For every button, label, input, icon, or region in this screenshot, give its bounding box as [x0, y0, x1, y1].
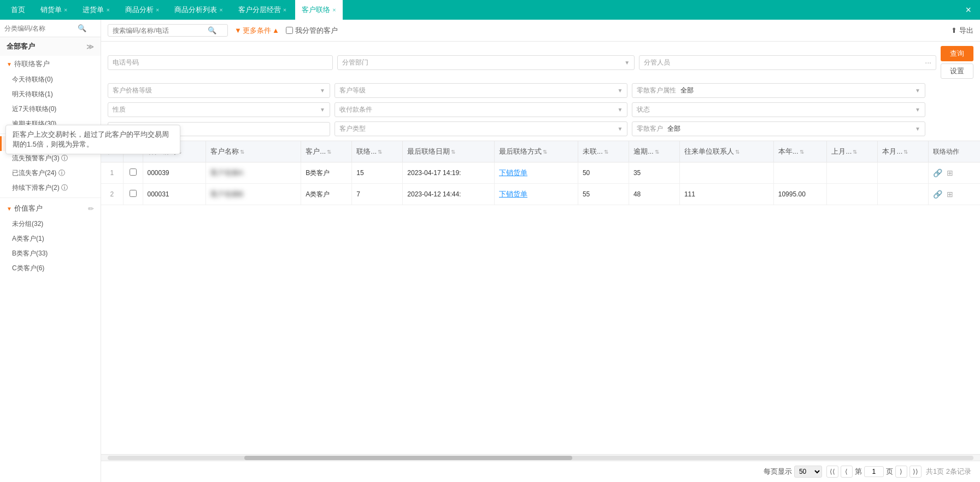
- th-last-method[interactable]: 最后联络方式⇅: [494, 141, 578, 162]
- nav-product-list[interactable]: 商品分析列表 ×: [168, 0, 229, 20]
- my-customers-checkbox[interactable]: 我分管的客户: [286, 26, 338, 36]
- row-name-1: 客户名称A: [206, 162, 301, 184]
- nav-purchase-close[interactable]: ×: [106, 7, 109, 13]
- th-overdue[interactable]: 逾期...⇅: [629, 141, 679, 162]
- query-button[interactable]: 查询: [941, 46, 973, 61]
- filter-row-2: 客户价格等级 ▼ 客户等级 ▼ 零散客户属性 全部 ▼: [108, 83, 973, 98]
- last-page-button[interactable]: ⟩⟩: [909, 466, 922, 478]
- my-customers-check[interactable]: [286, 27, 293, 34]
- th-name[interactable]: 客户名称⇅: [206, 141, 301, 162]
- sidebar-all-customers-header: 全部客户 ≫: [0, 37, 101, 56]
- filter-nature[interactable]: 性质 ▼: [108, 102, 330, 117]
- filter-person[interactable]: 分管人员 ···: [639, 55, 936, 70]
- action-link-icon-1[interactable]: 🔗: [933, 169, 942, 177]
- row-check-1[interactable]: [123, 162, 143, 184]
- sidebar-divider-2: [0, 198, 101, 198]
- status-arrow-icon: ▼: [915, 107, 920, 113]
- value-arrow-icon: ▼: [7, 206, 12, 212]
- nav-contact-close[interactable]: ×: [332, 7, 336, 13]
- sort-date-icon: ⇅: [451, 149, 455, 155]
- row-last-method-2: 下销货单: [494, 184, 578, 205]
- filter-status[interactable]: 状态 ▼: [632, 102, 925, 117]
- nav-product-list-close[interactable]: ×: [219, 7, 222, 13]
- row-overdue-1: 35: [629, 162, 679, 184]
- sort-method-icon: ⇅: [543, 149, 547, 155]
- per-page-control: 每页显示 50 20 100: [764, 466, 822, 478]
- nav-segmentation-close[interactable]: ×: [283, 7, 286, 13]
- sort-contact-icon: ⇅: [378, 149, 382, 155]
- row-cust-type-2: A类客户: [301, 184, 352, 205]
- export-button[interactable]: ⬆ 导出: [951, 26, 973, 36]
- export-icon: ⬆: [951, 26, 957, 34]
- person-dots-icon: ···: [925, 58, 931, 67]
- row-code-1: 000039: [143, 162, 206, 184]
- row-name-2: 客户名称B: [206, 184, 301, 205]
- filter-row-1: 电话号码 分管部门 ▼ 分管人员 ··· 查询 设置: [108, 46, 973, 79]
- sidebar-item-today[interactable]: 今天待联络(0): [0, 72, 101, 87]
- main-search-input[interactable]: [113, 27, 206, 34]
- main-search-icon[interactable]: 🔍: [208, 26, 216, 34]
- action-grid-icon-1[interactable]: ⊞: [947, 169, 953, 177]
- sidebar-item-a-class[interactable]: A类客户(1): [0, 231, 101, 246]
- filter-scatter-attr[interactable]: 零散客户属性 全部 ▼: [632, 83, 925, 98]
- filter-department[interactable]: 分管部门 ▼: [337, 55, 635, 70]
- nav-sales-close[interactable]: ×: [64, 7, 67, 13]
- row-last-method-1: 下销货单: [494, 162, 578, 184]
- sidebar-item-7days[interactable]: 近7天待联络(0): [0, 102, 101, 117]
- window-close-button[interactable]: ×: [961, 4, 976, 16]
- sort-overdue-icon: ⇅: [655, 149, 659, 155]
- row-contact-2: 7: [352, 184, 403, 205]
- filter-payment[interactable]: 收付款条件 ▼: [335, 102, 628, 117]
- sidebar-search-input[interactable]: [4, 25, 75, 32]
- row-last-date-1: 2023-04-17 14:19:: [403, 162, 495, 184]
- row-month-1: [878, 162, 929, 184]
- page-number-input[interactable]: [864, 466, 884, 477]
- sidebar-collapse-button[interactable]: ≫: [86, 43, 94, 51]
- first-page-button[interactable]: ⟨⟨: [826, 466, 838, 478]
- filter-phone[interactable]: 电话号码: [108, 55, 333, 70]
- nav-product-analysis-close[interactable]: ×: [156, 7, 159, 13]
- sidebar-item-c-class[interactable]: C类客户(6): [0, 261, 101, 276]
- nav-sales[interactable]: 销货单 ×: [34, 0, 74, 20]
- action-grid-icon-2[interactable]: ⊞: [947, 190, 953, 199]
- nav-product-analysis[interactable]: 商品分析 ×: [119, 0, 166, 20]
- sidebar-item-b-class[interactable]: B类客户(33): [0, 246, 101, 261]
- scatter-attr-arrow-icon: ▼: [915, 88, 920, 94]
- nav-home[interactable]: 首页: [4, 0, 32, 20]
- row-cust-type-1: B类客户: [301, 162, 352, 184]
- th-last-month[interactable]: 上月...⇅: [827, 141, 878, 162]
- th-cust-type[interactable]: 客户...⇅: [301, 141, 352, 162]
- more-conditions-button[interactable]: ▼ 更多条件 ▲: [234, 26, 279, 36]
- nav-customer-segmentation[interactable]: 客户分层经营 ×: [232, 0, 293, 20]
- sidebar-item-declining[interactable]: 持续下滑客户(2) ⓘ: [0, 181, 101, 195]
- value-edit-icon[interactable]: ✏: [88, 205, 94, 213]
- prev-page-button[interactable]: ⟨: [841, 466, 853, 478]
- th-this-year[interactable]: 本年...⇅: [773, 141, 827, 162]
- row-lastmonth-1: [827, 162, 878, 184]
- nav-customer-contact[interactable]: 客户联络 ×: [295, 0, 342, 20]
- sidebar-item-tomorrow[interactable]: 明天待联络(1): [0, 87, 101, 102]
- filter-customer-level[interactable]: 客户等级 ▼: [335, 83, 628, 98]
- filter-customer-type[interactable]: 客户类型 ▼: [335, 121, 628, 136]
- th-last-date[interactable]: 最后联络日期⇅: [403, 141, 495, 162]
- next-page-button[interactable]: ⟩: [895, 466, 907, 478]
- sort-uncontact-icon: ⇅: [604, 149, 608, 155]
- th-this-month[interactable]: 本月...⇅: [878, 141, 929, 162]
- scroll-thumb[interactable]: [244, 456, 572, 460]
- horizontal-scrollbar[interactable]: [101, 454, 980, 461]
- th-contact-count[interactable]: 联络...⇅: [352, 141, 403, 162]
- action-link-icon-2[interactable]: 🔗: [933, 190, 942, 199]
- per-page-select[interactable]: 50 20 100: [794, 466, 822, 478]
- filter-scatter-customer[interactable]: 零散客户 全部 ▼: [632, 121, 925, 136]
- row-check-2[interactable]: [123, 184, 143, 205]
- settings-button[interactable]: 设置: [941, 63, 973, 79]
- nav-purchase[interactable]: 进货单 ×: [76, 0, 116, 20]
- more-conditions-arrow: ▲: [272, 26, 279, 34]
- sidebar-item-lost[interactable]: 已流失客户(24) ⓘ: [0, 166, 101, 181]
- th-uncontact[interactable]: 未联...⇅: [578, 141, 629, 162]
- sidebar-search-icon[interactable]: 🔍: [78, 24, 86, 32]
- filter-price-level[interactable]: 客户价格等级 ▼: [108, 83, 330, 98]
- th-unit-contact[interactable]: 往来单位联系人⇅: [679, 141, 773, 162]
- filter-actions: 查询 设置: [941, 46, 973, 79]
- sidebar-item-ungrouped[interactable]: 未分组(32): [0, 217, 101, 231]
